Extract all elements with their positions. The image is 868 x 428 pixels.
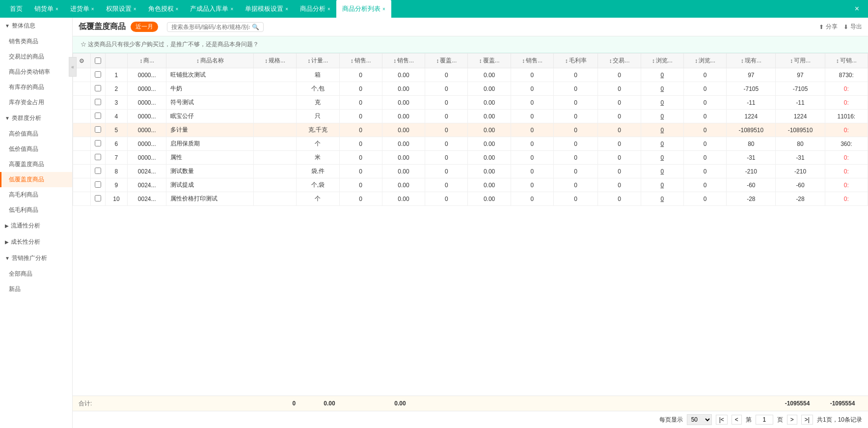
browse2-cell: 0: [683, 192, 726, 206]
settings-cell: [73, 96, 91, 110]
sidebar-item-all-goods[interactable]: 全部商品: [0, 266, 72, 282]
settings-cell: [73, 82, 91, 96]
trade-column-header[interactable]: ↕ 交易...: [598, 54, 641, 68]
row-checkbox[interactable]: [95, 154, 101, 160]
search-icon[interactable]: 🔍: [252, 24, 259, 30]
stock2-column-header[interactable]: ↕ 可用...: [776, 54, 825, 68]
sidebar-item-high-coverage[interactable]: 高覆盖度商品: [0, 157, 72, 172]
search-input[interactable]: [171, 24, 250, 30]
browse1-cell[interactable]: 0: [641, 178, 683, 192]
stock1-cell: -28: [727, 192, 776, 206]
browse1-cell[interactable]: 0: [641, 165, 683, 178]
per-page-select[interactable]: 50 20 100: [687, 414, 712, 425]
stock1-column-header[interactable]: ↕ 现有...: [727, 54, 776, 68]
nav-home[interactable]: 首页: [4, 0, 28, 18]
profit-column-header[interactable]: ↕ 毛利率: [554, 54, 598, 68]
sidebar-section-cluster[interactable]: ▼ 类群度分析: [0, 110, 72, 126]
first-page-button[interactable]: |<: [716, 415, 728, 425]
spec-cell: [253, 192, 296, 206]
cover1-column-header[interactable]: ↕ 覆盖...: [425, 54, 468, 68]
share-button[interactable]: ⬆ 分享: [819, 23, 838, 31]
nav-purchase[interactable]: 进货单 ×: [64, 0, 100, 18]
browse1-cell[interactable]: 0: [641, 82, 683, 96]
spec-column-header[interactable]: ↕ 规格...: [253, 54, 296, 68]
sales2-column-header[interactable]: ↕ 销售...: [382, 54, 425, 68]
name-column-header[interactable]: ↕ 商品名称: [166, 54, 254, 68]
sidebar-section-flow[interactable]: ▶ 流通性分析: [0, 218, 72, 234]
sidebar-item-low-profit[interactable]: 低毛利商品: [0, 202, 72, 218]
top-navigation: 首页 销货单 × 进货单 × 权限设置 × 角色授权 × 产成品入库单 × 单据…: [0, 0, 868, 18]
spec-cell: [253, 151, 296, 165]
code-column-header[interactable]: ↕ 商...: [127, 54, 166, 68]
sidebar-item-traded-goods[interactable]: 交易过的商品: [0, 49, 72, 64]
stock2-cell: -7105: [776, 82, 825, 96]
row-checkbox[interactable]: [95, 181, 101, 188]
cover2-column-header[interactable]: ↕ 覆盖...: [468, 54, 511, 68]
browse1-cell[interactable]: 0: [641, 192, 683, 206]
nav-permission[interactable]: 权限设置 ×: [100, 0, 142, 18]
unit-column-header[interactable]: ↕ 计量...: [297, 54, 339, 68]
browse2-column-header[interactable]: ↕ 浏览...: [683, 54, 726, 68]
sidebar-section-growth[interactable]: ▶ 成长性分析: [0, 234, 72, 250]
num-cell: 3: [106, 96, 128, 110]
row-checkbox[interactable]: [95, 85, 101, 91]
table-row: 5 0000... 多计量 克,千克 0 0.00 0 0.00 0 0 0 0…: [73, 123, 868, 137]
nav-product-analysis[interactable]: 商品分析 ×: [294, 0, 336, 18]
next-page-button[interactable]: >: [787, 415, 797, 425]
export-icon: ⬇: [843, 24, 848, 30]
table-row: 10 0024... 属性价格打印测试 个 0 0.00 0 0.00 0 0 …: [73, 192, 868, 206]
stock1-cell: -31: [727, 151, 776, 165]
prev-page-button[interactable]: <: [732, 415, 742, 425]
num-cell: 10: [106, 192, 128, 206]
header-actions: ⬆ 分享 ⬇ 导出: [819, 23, 862, 31]
browse1-cell[interactable]: 0: [641, 96, 683, 110]
row-checkbox[interactable]: [95, 99, 101, 105]
sidebar-item-stocked-goods[interactable]: 有库存的商品: [0, 80, 72, 95]
browse1-cell[interactable]: 0: [641, 123, 683, 137]
row-checkbox[interactable]: [95, 168, 101, 174]
select-all-checkbox[interactable]: [95, 57, 101, 64]
sales1-cell: 0: [339, 68, 382, 82]
window-close-button[interactable]: ×: [850, 4, 864, 13]
sidebar-section-marketing[interactable]: ▼ 营销推广分析: [0, 250, 72, 266]
browse1-cell[interactable]: 0: [641, 68, 683, 82]
sidebar-item-new-goods[interactable]: 新品: [0, 282, 72, 297]
page-input[interactable]: [756, 415, 773, 425]
last-page-button[interactable]: >|: [801, 415, 813, 425]
name-cell: 旺铺批次测试: [166, 68, 254, 82]
sidebar-section-overview[interactable]: ▼ 整体信息: [0, 18, 72, 34]
sidebar-item-low-value[interactable]: 低价值商品: [0, 142, 72, 157]
row-checkbox[interactable]: [95, 113, 101, 119]
cover1-cell: 0: [425, 110, 468, 123]
row-checkbox[interactable]: [95, 140, 101, 146]
nav-product-storage[interactable]: 产成品入库单 ×: [184, 0, 239, 18]
time-filter-button[interactable]: 近一月: [131, 22, 158, 32]
row-checkbox[interactable]: [95, 126, 101, 133]
row-checkbox[interactable]: [95, 195, 101, 201]
cover1-cell: 0: [425, 192, 468, 206]
sidebar-collapse-button[interactable]: «: [69, 57, 77, 77]
cover2-cell: 0.00: [468, 137, 511, 151]
sidebar-item-high-value[interactable]: 高价值商品: [0, 126, 72, 142]
sidebar-item-high-profit[interactable]: 高毛利商品: [0, 187, 72, 202]
sales3-column-header[interactable]: ↕ 销售...: [511, 54, 553, 68]
nav-template-settings[interactable]: 单据模板设置 ×: [239, 0, 294, 18]
nav-product-analysis-list[interactable]: 商品分析列表 ×: [336, 0, 391, 18]
nav-role[interactable]: 角色授权 ×: [142, 0, 185, 18]
sales2-cell: 0.00: [382, 82, 425, 96]
sidebar-item-category-rate[interactable]: 商品分类动销率: [0, 64, 72, 80]
browse1-cell[interactable]: 0: [641, 151, 683, 165]
row-checkbox[interactable]: [95, 71, 101, 78]
browse1-cell[interactable]: 0: [641, 137, 683, 151]
browse1-column-header[interactable]: ↕ 浏览...: [641, 54, 683, 68]
browse1-cell[interactable]: 0: [641, 110, 683, 123]
profit-cell: 0: [554, 123, 598, 137]
sales1-column-header[interactable]: ↕ 销售...: [339, 54, 382, 68]
sidebar-item-stock-funds[interactable]: 库存资金占用: [0, 95, 72, 110]
sidebar-item-sales-goods[interactable]: 销售类商品: [0, 34, 72, 49]
page-title: 低覆盖度商品: [79, 22, 126, 32]
available-column-header[interactable]: ↕ 可销...: [825, 54, 868, 68]
nav-sales[interactable]: 销货单 ×: [28, 0, 64, 18]
sidebar-item-low-coverage[interactable]: 低覆盖度商品: [0, 172, 72, 187]
export-button[interactable]: ⬇ 导出: [843, 23, 862, 31]
